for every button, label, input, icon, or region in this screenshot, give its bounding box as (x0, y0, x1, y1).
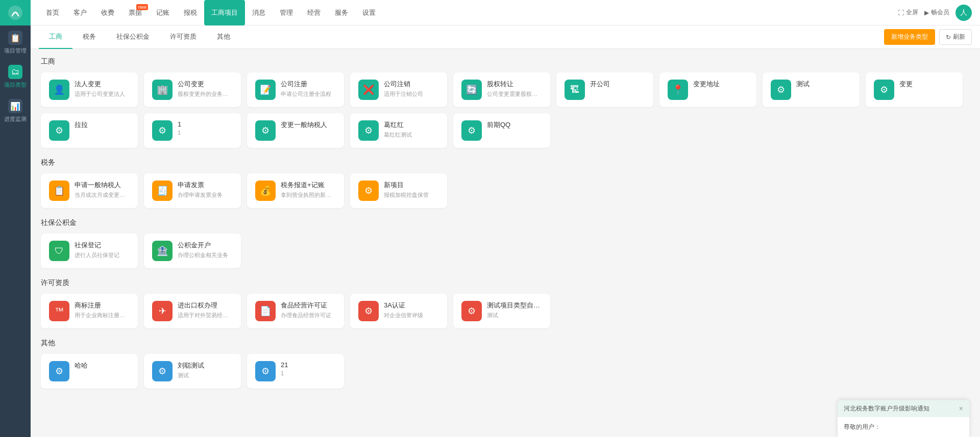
card-info-ge-hong-hong: 葛红红 葛红红测试 (384, 120, 439, 139)
card-num21[interactable]: ⚙ 21 1 (247, 354, 344, 389)
notification-panel: 河北税务数字账户升级影响通知 × 尊敬的用户： (837, 400, 970, 437)
card-num1[interactable]: ⚙ 1 1 (144, 113, 241, 148)
nav-service[interactable]: 服务 (328, 0, 355, 25)
progress-monitor-icon: 📊 (8, 99, 22, 113)
notification-header: 河北税务数字账户升级影响通知 × (838, 400, 969, 417)
card-trademark-register[interactable]: ™ 商标注册 用于企业商标注册服务 (41, 294, 138, 328)
card-info-3a-cert: 3A认证 对企业信誉评级 (384, 301, 439, 319)
card-icon-apply-taxpayer: 📋 (49, 181, 69, 201)
card-icon-social-register: 🛡 (49, 241, 69, 261)
main-area: 首页 客户 收费 票据 new 记账 报税 工商项目 消息 管理 经营 (31, 0, 980, 437)
nav-message[interactable]: 消息 (245, 0, 273, 25)
card-icon-import-export: ✈ (152, 301, 173, 321)
card-legal-change[interactable]: 👤 法人变更 适用于公司变更法人 (41, 72, 138, 107)
card-icon-ha-ha: ⚙ (49, 361, 69, 381)
fullscreen-button[interactable]: ⛶ 全屏 (898, 8, 918, 17)
tab-license[interactable]: 许可资质 (160, 25, 207, 49)
card-info-trademark-register: 商标注册 用于企业商标注册服务 (75, 301, 130, 319)
nav-home[interactable]: 首页 (39, 0, 66, 25)
card-info-ha-ha: 哈哈 (75, 361, 130, 372)
social-section-title: 社保公积金 (41, 218, 970, 227)
card-info-test1: 测试 (796, 80, 851, 90)
card-icon-3a-cert: ⚙ (358, 301, 379, 321)
card-info-qq-early: 前期QQ (487, 120, 542, 131)
notification-body: 尊敬的用户： (838, 417, 969, 437)
member-button[interactable]: ▶ 畅会员 (924, 8, 949, 17)
card-apply-invoice[interactable]: 🧾 申请发票 办理申请发票业务 (144, 173, 241, 208)
card-info-open-company: 开公司 (590, 80, 645, 90)
card-icon-lala: ⚙ (49, 120, 69, 141)
tab-bar-right: 新增业务类型 ↻ 刷新 (884, 29, 972, 45)
new-badge: new (136, 4, 148, 11)
card-icon-qq-early: ⚙ (461, 120, 482, 141)
tab-industry[interactable]: 工商 (39, 25, 72, 49)
industry-section-title: 工商 (41, 57, 970, 66)
card-icon-food-license: 📄 (255, 301, 276, 321)
card-change-taxpayer[interactable]: ⚙ 变更一般纳税人 (247, 113, 344, 148)
card-ha-ha[interactable]: ⚙ 哈哈 (41, 354, 138, 389)
refresh-button[interactable]: ↻ 刷新 (939, 29, 972, 45)
card-icon-ge-hong-hong: ⚙ (358, 120, 379, 141)
card-company-change[interactable]: 🏢 公司变更 股权变更外的业务变更 (144, 72, 241, 107)
tab-other[interactable]: 其他 (207, 25, 240, 49)
card-test1[interactable]: ⚙ 测试 (763, 72, 860, 107)
card-apply-taxpayer[interactable]: 📋 申请一般纳税人 当月或次月成变更完成 (41, 173, 138, 208)
card-company-register[interactable]: 📝 公司注册 申请公司注册全流程 (247, 72, 344, 107)
card-company-cancel[interactable]: ❌ 公司注销 适用于注销公司 (350, 72, 447, 107)
user-avatar[interactable]: 人 (955, 5, 972, 21)
social-cards-grid: 🛡 社保登记 进行人员社保登记 🏦 公积金开户 办理公积金相关业务 (41, 234, 970, 268)
sidebar-logo[interactable] (0, 0, 31, 25)
card-test-type-def[interactable]: ⚙ 测试项目类型自定义 测试 (453, 294, 550, 328)
card-icon-liu-cong-test: ⚙ (152, 361, 173, 381)
sidebar-item-label: 进度监测 (4, 115, 27, 123)
card-3a-cert[interactable]: ⚙ 3A认证 对企业信誉评级 (350, 294, 447, 328)
card-info-tax-report-accounting: 税务报道+记账 拿到营业执照的新公司 (281, 181, 336, 199)
card-change-address[interactable]: 📍 变更地址 (659, 72, 756, 107)
play-icon: ▶ (924, 9, 929, 16)
card-fund-open[interactable]: 🏦 公积金开户 办理公积金相关业务 (144, 234, 241, 268)
nav-operation[interactable]: 经营 (300, 0, 328, 25)
card-import-export[interactable]: ✈ 进出口权办理 适用于对外贸易经营者 (144, 294, 241, 328)
card-qq-early[interactable]: ⚙ 前期QQ (453, 113, 550, 148)
card-info-lala: 拉拉 (75, 120, 130, 131)
card-social-register[interactable]: 🛡 社保登记 进行人员社保登记 (41, 234, 138, 268)
nav-industry[interactable]: 工商项目 (204, 0, 245, 25)
tab-tax[interactable]: 税务 (72, 25, 106, 49)
card-info-fund-open: 公积金开户 办理公积金相关业务 (178, 241, 233, 259)
nav-settings[interactable]: 设置 (355, 0, 383, 25)
card-ge-hong-hong[interactable]: ⚙ 葛红红 葛红红测试 (350, 113, 447, 148)
nav-customer[interactable]: 客户 (66, 0, 94, 25)
new-type-button[interactable]: 新增业务类型 (884, 29, 935, 45)
card-info-food-license: 食品经营许可证 办理食品经营许可证 (281, 301, 336, 319)
top-navigation: 首页 客户 收费 票据 new 记账 报税 工商项目 消息 管理 经营 (31, 0, 980, 25)
tax-section-title: 税务 (41, 158, 970, 167)
nav-tax[interactable]: 报税 (177, 0, 204, 25)
card-tax-report-accounting[interactable]: 💰 税务报道+记账 拿到营业执照的新公司 (247, 173, 344, 208)
sidebar-item-project-type[interactable]: 🗂 项目类型 (0, 60, 31, 94)
card-open-company[interactable]: 🏗 开公司 (556, 72, 653, 107)
card-change1[interactable]: ⚙ 变更 (866, 72, 963, 107)
card-icon-test-type-def: ⚙ (461, 301, 482, 321)
license-cards-grid: ™ 商标注册 用于企业商标注册服务 ✈ 进出口权办理 适用于对外贸易经营者 (41, 294, 970, 328)
card-equity-transfer[interactable]: 🔄 股权转让 公司变更需要股权转让 (453, 72, 550, 107)
card-icon-equity-transfer: 🔄 (461, 80, 482, 100)
sidebar-item-progress-monitor[interactable]: 📊 进度监测 (0, 94, 31, 128)
card-icon-company-cancel: ❌ (358, 80, 379, 100)
sidebar-item-project-manage[interactable]: 📋 项目管理 (0, 25, 31, 60)
nav-accounting[interactable]: 记账 (149, 0, 177, 25)
card-lala[interactable]: ⚙ 拉拉 (41, 113, 138, 148)
card-new-project[interactable]: ⚙ 新项目 报税加税控盘保管 (350, 173, 447, 208)
card-icon-trademark-register: ™ (49, 301, 69, 321)
tab-social[interactable]: 社保公积金 (106, 25, 160, 49)
nav-invoice[interactable]: 票据 new (121, 0, 149, 25)
notification-close-button[interactable]: × (959, 404, 963, 413)
nav-manage[interactable]: 管理 (273, 0, 300, 25)
card-info-liu-cong-test: 刘聪测试 测试 (178, 361, 233, 379)
other-cards-grid: ⚙ 哈哈 ⚙ 刘聪测试 测试 ⚙ (41, 354, 970, 389)
industry-cards-grid: 👤 法人变更 适用于公司变更法人 🏢 公司变更 股权变更外的业务变更 (41, 72, 970, 148)
nav-billing[interactable]: 收费 (94, 0, 121, 25)
other-section-title: 其他 (41, 339, 970, 348)
refresh-icon: ↻ (946, 34, 951, 41)
card-food-license[interactable]: 📄 食品经营许可证 办理食品经营许可证 (247, 294, 344, 328)
card-liu-cong-test[interactable]: ⚙ 刘聪测试 测试 (144, 354, 241, 389)
